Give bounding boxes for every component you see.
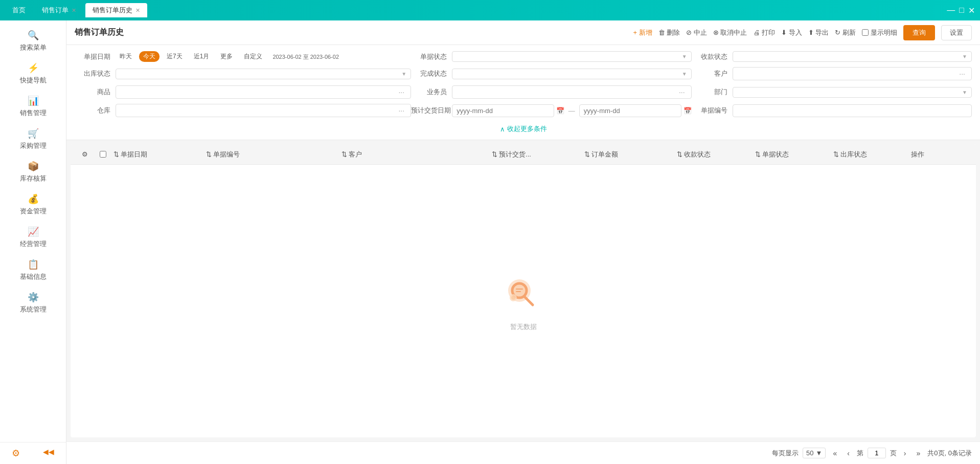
window-controls: — □ ✕ — [947, 6, 975, 15]
filter-area: 单据日期 昨天 今天 近7天 近1月 更多 自定义 2023-06-02 至 2… — [66, 45, 980, 140]
cancel-stop-btn[interactable]: ⊗ 取消中止 — [713, 28, 747, 37]
customer-label: 客户 — [692, 69, 733, 78]
tab-sales-order[interactable]: 销售订单 ✕ — [35, 3, 83, 17]
complete-status-select[interactable]: ▼ — [452, 69, 691, 79]
customer-dots-icon[interactable]: ··· — [957, 70, 967, 78]
page-input[interactable] — [868, 448, 886, 458]
sort-icon-delivery: ⇅ — [492, 150, 497, 158]
sidebar-item-inventory[interactable]: 📦 库存核算 — [0, 156, 66, 188]
export-btn[interactable]: ⬆ 导出 — [808, 28, 829, 37]
select-all-checkbox[interactable] — [100, 151, 106, 158]
sidebar-item-fund-mgmt[interactable]: 💰 资金管理 — [0, 188, 66, 221]
tab-home[interactable]: 首页 — [5, 3, 33, 17]
date-chip-today[interactable]: 今天 — [139, 51, 159, 62]
query-button[interactable]: 查询 — [903, 25, 935, 40]
new-btn[interactable]: + 新增 — [633, 28, 652, 37]
salesperson-input[interactable]: ··· — [452, 85, 691, 99]
out-status-label: 出库状态 — [75, 69, 116, 78]
show-detail-checkbox[interactable] — [862, 29, 869, 36]
goods-dots-icon[interactable]: ··· — [396, 88, 406, 96]
date-value: 昨天 今天 近7天 近1月 更多 自定义 2023-06-02 至 2023-0… — [116, 51, 411, 62]
th-order-status[interactable]: ⇅ 单据状态 — [752, 150, 830, 159]
salesperson-dots-icon[interactable]: ··· — [677, 88, 687, 96]
table-area: ⚙ ⇅ 单据日期 ⇅ 单据编号 ⇅ 客户 ⇅ — [71, 144, 976, 437]
date-chip-more[interactable]: 更多 — [216, 51, 237, 62]
sidebar-item-search-menu[interactable]: 🔍 搜索菜单 — [0, 25, 66, 57]
sidebar-settings-icon[interactable]: ⚙ — [12, 448, 20, 459]
quick-nav-icon: ⚡ — [28, 62, 39, 74]
order-status-select[interactable]: ▼ — [452, 51, 691, 62]
page-size-select[interactable]: 50 ▼ — [803, 448, 826, 458]
delivery-date-range: 📅 — 📅 — [452, 104, 691, 117]
th-checkbox[interactable] — [95, 151, 110, 158]
dept-select[interactable]: ▼ — [733, 87, 972, 98]
sys-mgmt-icon: ⚙️ — [28, 292, 39, 303]
maximize-btn[interactable]: □ — [959, 6, 964, 15]
sidebar-collapse-icon[interactable]: ◀◀ — [43, 448, 54, 459]
sidebar-item-ops-mgmt[interactable]: 📈 经营管理 — [0, 221, 66, 254]
th-out-status[interactable]: ⇅ 出库状态 — [830, 150, 908, 159]
sidebar-item-base-info[interactable]: 📋 基础信息 — [0, 254, 66, 286]
customer-input[interactable]: ··· — [733, 67, 972, 80]
refresh-btn[interactable]: ↻ 刷新 — [835, 28, 856, 37]
date-label: 单据日期 — [75, 52, 116, 61]
page-size-label: 每页显示 — [772, 449, 799, 458]
print-btn[interactable]: 🖨 打印 — [754, 28, 776, 37]
th-customer[interactable]: ⇅ 客户 — [338, 150, 489, 159]
sidebar-bottom: ⚙ ◀◀ — [0, 442, 66, 464]
th-delivery[interactable]: ⇅ 预计交货... — [489, 150, 581, 159]
last-page-btn[interactable]: » — [914, 448, 924, 458]
sort-icon-num: ⇅ — [206, 150, 212, 158]
delivery-date-end[interactable] — [579, 104, 681, 117]
goods-label: 商品 — [75, 87, 116, 97]
close-btn[interactable]: ✕ — [968, 6, 975, 15]
tab-sales-order-history[interactable]: 销售订单历史 ✕ — [85, 3, 147, 17]
sidebar-item-sys-mgmt[interactable]: ⚙️ 系统管理 — [0, 286, 66, 319]
top-bar: 首页 销售订单 ✕ 销售订单历史 ✕ — □ ✕ — [0, 0, 980, 20]
sidebar-item-inventory-label: 库存核算 — [20, 174, 47, 183]
main-layout: 🔍 搜索菜单 ⚡ 快捷导航 📊 销售管理 🛒 采购管理 📦 库存核算 💰 资金管… — [0, 20, 980, 464]
date-chip-custom[interactable]: 自定义 — [240, 51, 266, 62]
first-page-btn[interactable]: « — [830, 448, 840, 458]
salesperson-label: 业务员 — [411, 87, 452, 97]
warehouse-dots-icon[interactable]: ··· — [396, 106, 406, 115]
settings-button[interactable]: 设置 — [941, 25, 972, 40]
sidebar-item-sales-mgmt[interactable]: 📊 销售管理 — [0, 90, 66, 123]
th-amount[interactable]: ⇅ 订单金额 — [581, 150, 674, 159]
empty-illustration — [498, 271, 549, 317]
warehouse-input[interactable]: ··· — [116, 104, 411, 117]
collapse-up-icon: ∧ — [500, 125, 505, 133]
date-chip-1month[interactable]: 近1月 — [190, 51, 214, 62]
prev-page-btn[interactable]: ‹ — [844, 448, 853, 458]
th-num[interactable]: ⇅ 单据编号 — [203, 150, 338, 159]
calendar-start-icon[interactable]: 📅 — [556, 107, 564, 115]
import-btn[interactable]: ⬇ 导入 — [781, 28, 802, 37]
th-date[interactable]: ⇅ 单据日期 — [110, 150, 203, 159]
delete-btn[interactable]: 🗑 删除 — [658, 28, 680, 37]
inventory-icon: 📦 — [28, 161, 39, 172]
goods-input[interactable]: ··· — [116, 85, 411, 99]
page-text: 页 — [890, 449, 897, 458]
calendar-end-icon[interactable]: 📅 — [683, 107, 692, 115]
delivery-date-start[interactable] — [452, 104, 554, 117]
page-size-arrow-icon: ▼ — [816, 449, 823, 457]
pay-status-select[interactable]: ▼ — [733, 51, 972, 62]
date-chip-7days[interactable]: 近7天 — [163, 51, 187, 62]
date-dash: — — [566, 107, 577, 115]
collapse-row[interactable]: ∧ 收起更多条件 — [75, 122, 972, 134]
th-settings[interactable]: ⚙ — [75, 150, 95, 158]
stop-btn[interactable]: ⊘ 中止 — [686, 28, 707, 37]
order-num-input[interactable] — [733, 104, 972, 117]
search-menu-icon: 🔍 — [28, 30, 39, 41]
tab-sales-order-history-close[interactable]: ✕ — [135, 7, 140, 14]
th-pay-status[interactable]: ⇅ 收款状态 — [674, 150, 752, 159]
minimize-btn[interactable]: — — [947, 6, 955, 15]
dept-label: 部门 — [692, 87, 733, 97]
out-status-select[interactable]: ▼ — [116, 69, 411, 79]
tab-sales-order-close[interactable]: ✕ — [72, 7, 76, 14]
next-page-btn[interactable]: › — [901, 448, 909, 458]
sidebar-item-purchase-mgmt[interactable]: 🛒 采购管理 — [0, 123, 66, 156]
warehouse-label: 仓库 — [75, 106, 116, 115]
date-chip-yesterday[interactable]: 昨天 — [116, 51, 136, 62]
sidebar-item-quick-nav[interactable]: ⚡ 快捷导航 — [0, 57, 66, 90]
